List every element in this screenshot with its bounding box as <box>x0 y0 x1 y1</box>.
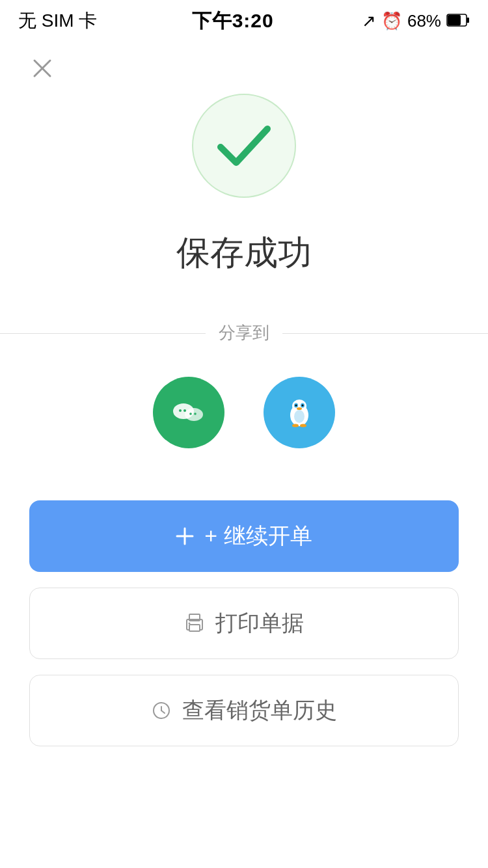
svg-rect-25 <box>189 625 200 631</box>
battery-text: 68% <box>407 11 441 31</box>
no-sim-text: 无 SIM 卡 <box>18 8 97 33</box>
svg-point-18 <box>294 410 305 423</box>
print-icon <box>184 613 205 634</box>
plus-icon <box>176 527 194 545</box>
share-label: 分享到 <box>206 321 282 344</box>
share-section: 分享到 <box>0 321 488 344</box>
svg-point-9 <box>189 413 192 415</box>
battery-icon <box>446 11 470 31</box>
svg-point-16 <box>301 404 303 406</box>
history-button[interactable]: 查看销货单历史 <box>29 675 459 746</box>
svg-point-8 <box>183 409 186 412</box>
clock-icon <box>151 700 172 721</box>
svg-rect-2 <box>448 15 461 25</box>
main-content: 保存成功 分享到 <box>0 42 488 746</box>
status-bar: 无 SIM 卡 下午3:20 ↗ ⏰ 68% <box>0 0 488 42</box>
print-button[interactable]: 打印单据 <box>29 588 459 659</box>
svg-point-6 <box>185 408 203 421</box>
svg-point-7 <box>179 409 182 412</box>
continue-label: + 继续开单 <box>204 521 312 551</box>
svg-point-26 <box>189 623 191 625</box>
status-right: ↗ ⏰ 68% <box>362 11 470 31</box>
share-icons <box>153 377 335 448</box>
qq-share-button[interactable] <box>264 377 335 448</box>
success-icon-circle <box>192 94 296 198</box>
svg-line-29 <box>161 711 165 713</box>
svg-point-15 <box>295 404 297 406</box>
print-label: 打印单据 <box>215 608 304 638</box>
svg-point-17 <box>297 407 302 410</box>
svg-rect-1 <box>467 18 469 23</box>
status-left: 无 SIM 卡 <box>18 8 103 33</box>
svg-point-20 <box>300 424 306 427</box>
location-icon: ↗ <box>362 11 376 31</box>
continue-button[interactable]: + 继续开单 <box>29 500 459 572</box>
close-button[interactable] <box>26 52 59 85</box>
action-buttons: + 继续开单 打印单据 查看销货单历史 <box>29 500 459 746</box>
svg-point-19 <box>292 424 299 427</box>
alarm-icon: ⏰ <box>381 11 402 31</box>
history-label: 查看销货单历史 <box>182 696 337 726</box>
success-title: 保存成功 <box>176 230 312 276</box>
wechat-share-button[interactable] <box>153 377 224 448</box>
svg-point-10 <box>194 413 197 415</box>
status-time: 下午3:20 <box>192 8 274 34</box>
